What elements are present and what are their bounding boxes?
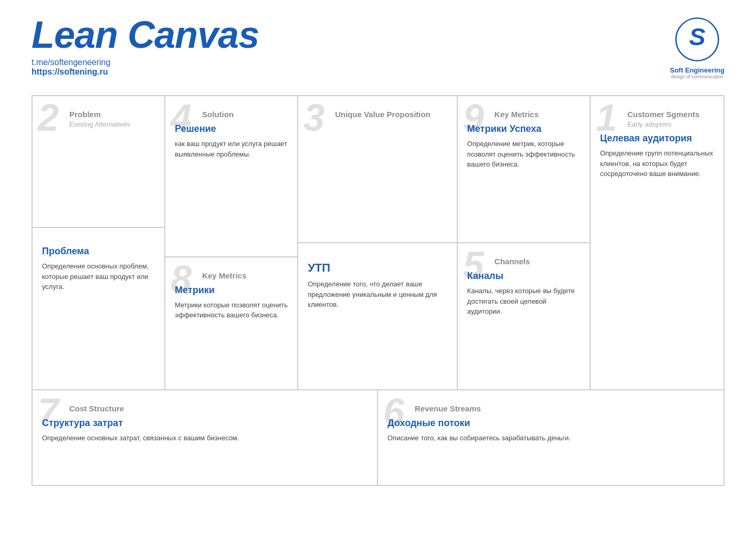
- channels-content: Channels Каналы Каналы, через которые вы…: [467, 252, 580, 317]
- revenue-streams-cell: 6 Revenue Streams Доходные потоки Описан…: [378, 390, 723, 485]
- km-top-content: Key Metrics Метрики Успеха Определение м…: [467, 105, 580, 170]
- problem-cell: 2 Problem Existing Alternatives Проблема…: [33, 96, 165, 389]
- key-metrics-body: Метрики которые позволят оценить эффекти…: [175, 300, 288, 320]
- km-body: Определение метрик, которые позволят оце…: [467, 139, 580, 170]
- cost-en-title: Cost Structure: [42, 404, 368, 413]
- uvp-en-title: Unique Value Proposition: [308, 110, 447, 119]
- lean-canvas: 2 Problem Existing Alternatives Проблема…: [32, 95, 724, 486]
- channels-bottom: 5 Channels Каналы Каналы, через которые …: [458, 243, 590, 389]
- subtitle-links: t.me/softengeneering https://softening.r…: [32, 58, 259, 77]
- channels-en-title: Channels: [467, 257, 580, 266]
- customer-cell: 1 Customer Sgments Early adopters Целева…: [591, 96, 723, 389]
- canvas-top-row: 2 Problem Existing Alternatives Проблема…: [33, 96, 723, 390]
- svg-text:S: S: [689, 23, 705, 50]
- logo-area: S Soft Engineering design of communicati…: [670, 16, 724, 79]
- revenue-content: Revenue Streams Доходные потоки Описание…: [387, 399, 714, 443]
- uvp-top: 3 Unique Value Proposition: [298, 96, 457, 243]
- problem-bottom-content: Проблема Определение основных проблем, к…: [42, 236, 155, 292]
- problem-body: Определение основных проблем, которые ре…: [42, 261, 155, 292]
- logo-text: Soft Engineering: [670, 66, 724, 74]
- revenue-ru-title: Доходные потоки: [387, 418, 714, 429]
- problem-en-subtitle: Existing Alternatives: [69, 120, 130, 128]
- link2[interactable]: https://softening.ru: [32, 67, 259, 77]
- key-metrics-ru-title: Метрики: [175, 285, 288, 296]
- cost-content: Cost Structure Структура затрат Определе…: [42, 399, 368, 443]
- uvp-bottom: УТП Определение того, что делает ваше пр…: [298, 243, 457, 389]
- channels-body: Каналы, через которые вы будете достигат…: [467, 286, 580, 317]
- customer-en-subtitle: Early adopters: [627, 120, 671, 128]
- header-left: Lean Canvas t.me/softengeneering https:/…: [32, 16, 259, 77]
- problem-en-title: Problem Existing Alternatives: [42, 110, 155, 129]
- customer-en-title: Customer Sgments Early adopters: [600, 110, 714, 129]
- uvp-bottom-content: УТП Определение того, что делает ваше пр…: [308, 252, 447, 310]
- solution-body: как ваш продукт или услуга решает выявле…: [175, 139, 288, 159]
- revenue-body: Описание того, как вы собираетесь зараба…: [387, 433, 714, 443]
- canvas-bottom-row: 7 Cost Structure Структура затрат Опреде…: [33, 390, 723, 485]
- solution-top-content: Solution Решение как ваш продукт или усл…: [175, 105, 288, 159]
- customer-body: Определение групп потенциальных клиентов…: [600, 148, 714, 179]
- customer-content: Customer Sgments Early adopters Целевая …: [600, 105, 714, 179]
- cost-structure-cell: 7 Cost Structure Структура затрат Опреде…: [33, 390, 378, 485]
- uvp-cell: 3 Unique Value Proposition УТП Определен…: [298, 96, 458, 389]
- solution-top: 4 Solution Решение как ваш продукт или у…: [165, 96, 297, 257]
- km-en-title: Key Metrics: [467, 110, 580, 119]
- solution-ru-title: Решение: [175, 123, 288, 134]
- problem-ru-title: Проблема: [42, 246, 155, 257]
- link1[interactable]: t.me/softengeneering: [32, 58, 259, 67]
- km-top: 9 Key Metrics Метрики Успеха Определение…: [458, 96, 590, 243]
- uvp-ru-title: УТП: [308, 261, 447, 275]
- customer-ru-title: Целевая аудитория: [600, 133, 714, 144]
- solution-bottom-content: Key Metrics Метрики Метрики которые позв…: [175, 266, 288, 320]
- channels-ru-title: Каналы: [467, 271, 580, 282]
- logo-icon: S: [674, 16, 721, 63]
- solution-bottom: 8 Key Metrics Метрики Метрики которые по…: [165, 257, 297, 389]
- cost-ru-title: Структура затрат: [42, 418, 368, 429]
- page-title: Lean Canvas: [32, 16, 259, 54]
- page-header: Lean Canvas t.me/softengeneering https:/…: [32, 16, 724, 79]
- problem-top-content: Problem Existing Alternatives: [42, 105, 155, 129]
- km-channels-cell: 9 Key Metrics Метрики Успеха Определение…: [458, 96, 591, 389]
- revenue-en-title: Revenue Streams: [387, 404, 714, 413]
- logo-sub: design of communication: [671, 74, 723, 79]
- uvp-body: Определение того, что делает ваше предло…: [308, 279, 447, 310]
- uvp-top-content: Unique Value Proposition: [308, 105, 447, 119]
- solution-cell: 4 Solution Решение как ваш продукт или у…: [165, 96, 298, 389]
- cost-body: Определение основных затрат, связанных с…: [42, 433, 368, 443]
- key-metrics-en-title: Key Metrics: [175, 271, 288, 281]
- solution-en-title: Solution: [175, 110, 288, 119]
- problem-top: 2 Problem Existing Alternatives: [33, 96, 164, 228]
- km-ru-title: Метрики Успеха: [467, 123, 580, 134]
- problem-bottom: Проблема Определение основных проблем, к…: [33, 228, 164, 389]
